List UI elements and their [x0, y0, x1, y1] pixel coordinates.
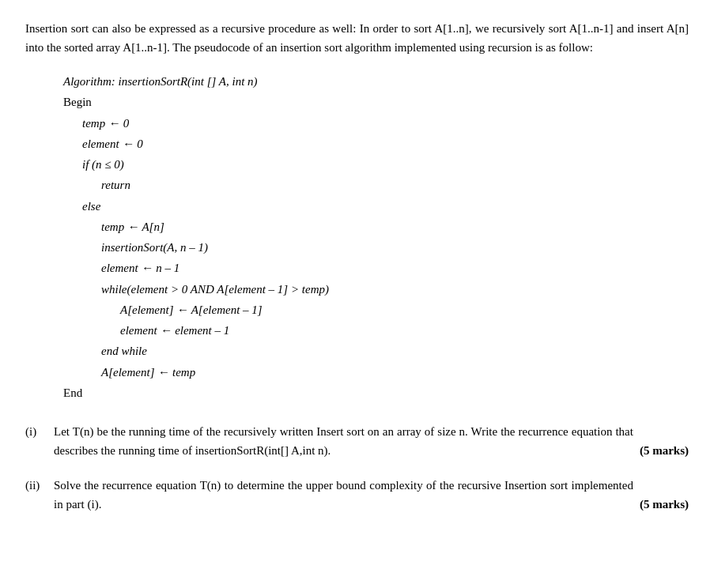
algorithm-line: while(element > 0 AND A[element – 1] > t… — [101, 279, 689, 300]
algorithm-begin: Begin — [63, 92, 689, 112]
algorithm-line: if (n ≤ 0) — [82, 154, 689, 175]
question-content-1: Let T(n) be the running time of the recu… — [54, 422, 689, 460]
questions-block: (i)Let T(n) be the running time of the r… — [25, 422, 689, 514]
algorithm-line: insertionSort(A, n – 1) — [101, 237, 689, 258]
algorithm-end: End — [63, 383, 689, 403]
algorithm-line: return — [101, 175, 689, 195]
algorithm-line: end while — [101, 341, 689, 361]
algorithm-line: element ← 0 — [82, 134, 689, 154]
questions-container: (i)Let T(n) be the running time of the r… — [25, 422, 689, 514]
algorithm-block: Algorithm: insertionSortR(int [] A, int … — [63, 71, 689, 403]
algorithm-line: temp ← 0 — [82, 113, 689, 134]
question-marks-1: (5 marks) — [640, 441, 689, 460]
question-label-2: (ii) — [25, 476, 54, 514]
algorithm-line: else — [82, 196, 689, 217]
algorithm-line: temp ← A[n] — [101, 217, 689, 237]
algorithm-line: element ← n – 1 — [101, 258, 689, 278]
algorithm-line: element ← element – 1 — [120, 320, 689, 341]
algorithm-lines: temp ← 0element ← 0if (n ≤ 0)returnelset… — [63, 113, 689, 383]
question-text-2: Solve the recurrence equation T(n) to de… — [54, 476, 633, 514]
question-item-1: (i)Let T(n) be the running time of the r… — [25, 422, 689, 460]
algorithm-header: Algorithm: insertionSortR(int [] A, int … — [63, 71, 689, 92]
intro-paragraph: Insertion sort can also be expressed as … — [25, 19, 689, 57]
algorithm-line: A[element] ← temp — [101, 362, 689, 383]
question-text-1: Let T(n) be the running time of the recu… — [54, 422, 633, 460]
algorithm-line: A[element] ← A[element – 1] — [120, 300, 689, 320]
question-label-1: (i) — [25, 422, 54, 460]
question-item-2: (ii)Solve the recurrence equation T(n) t… — [25, 476, 689, 514]
question-marks-2: (5 marks) — [640, 495, 689, 514]
question-content-2: Solve the recurrence equation T(n) to de… — [54, 476, 689, 514]
